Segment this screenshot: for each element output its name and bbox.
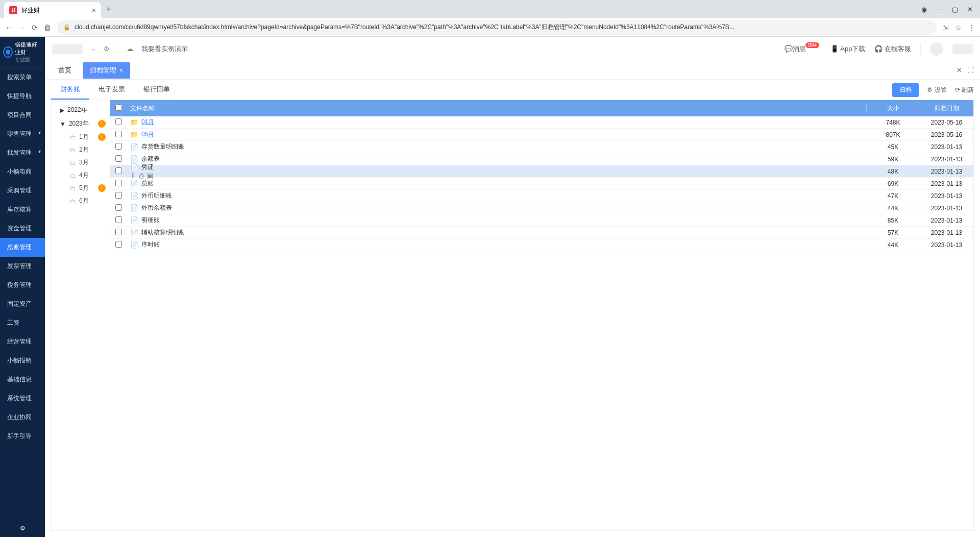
sidebar-item[interactable]: 固定资产 — [0, 295, 45, 313]
table-row[interactable]: 📄辅助核算明细账57K2023-01-13 — [110, 227, 973, 239]
select-all-checkbox[interactable] — [115, 104, 122, 111]
username[interactable] — [952, 44, 973, 54]
row-checkbox[interactable] — [115, 216, 122, 223]
table-row[interactable]: 📄存货数量明细账45K2023-01-13 — [110, 141, 973, 153]
row-checkbox[interactable] — [115, 143, 122, 150]
inner-tab-bank[interactable]: 银行回单 — [134, 80, 179, 100]
action-icon[interactable]: ⇩ — [130, 172, 136, 180]
tree-month[interactable]: 🗀6月 — [52, 194, 110, 207]
file-link[interactable]: 05月 — [141, 131, 154, 138]
fullscreen-icon[interactable]: ⛶ — [967, 66, 974, 74]
table-row[interactable]: 📄凭证⇩⎙▣48K2023-01-13 — [110, 165, 973, 178]
folder-icon: 🗀 — [70, 147, 76, 154]
tree-month[interactable]: 🗀2月 — [52, 143, 110, 156]
minimize-icon[interactable]: — — [936, 6, 943, 13]
file-size: 807K — [866, 131, 920, 138]
sidebar-item[interactable]: 搜索菜单 — [0, 68, 45, 87]
nav-reload-icon[interactable]: ⟳ — [32, 23, 38, 32]
company-dropdown-icon[interactable]: ⌄ — [91, 45, 95, 52]
action-icon[interactable]: ▣ — [146, 172, 153, 180]
row-checkbox[interactable] — [115, 167, 122, 174]
settings-link[interactable]: ⚙ 设置 — [927, 86, 946, 94]
sidebar-item[interactable]: 系统管理 — [0, 389, 45, 408]
sidebar-item[interactable]: 发票管理 — [0, 257, 45, 276]
close-all-tabs-icon[interactable]: ✕ — [957, 66, 962, 74]
file-link[interactable]: 01月 — [141, 118, 154, 126]
tab-archive[interactable]: 归档管理× — [83, 62, 130, 79]
avatar-icon[interactable] — [930, 42, 943, 56]
row-checkbox[interactable] — [115, 229, 122, 235]
sidebar-item[interactable]: 小畅报销 — [0, 351, 45, 370]
sidebar-item[interactable]: 企业协同 — [0, 408, 45, 427]
menu-icon[interactable]: ⋮ — [968, 23, 975, 32]
table-row[interactable]: 📄外币余额表44K2023-01-13 — [110, 202, 973, 214]
sidebar-item[interactable]: 基础信息 — [0, 370, 45, 389]
nav-back-icon[interactable]: ← — [5, 23, 12, 32]
sidebar-item[interactable]: 快捷导航 — [0, 87, 45, 106]
table-row[interactable]: 📄明细账85K2023-01-13 — [110, 214, 973, 227]
msg-link[interactable]: 💬消息 99+ — [785, 44, 822, 54]
sidebar-item[interactable]: 工资 — [0, 313, 45, 332]
document-icon: 📄 — [130, 192, 138, 200]
inner-tab-finance[interactable]: 财务账 — [51, 80, 89, 100]
row-checkbox[interactable] — [115, 131, 122, 137]
row-checkbox[interactable] — [115, 192, 122, 199]
incognito-icon[interactable]: ◉ — [921, 6, 927, 13]
nav-delete-icon[interactable]: 🗑 — [44, 23, 51, 32]
tab-close-icon[interactable]: × — [119, 67, 123, 74]
sidebar-item[interactable]: 税务管理 — [0, 276, 45, 295]
demo-link[interactable]: 我要看实例演示 — [141, 44, 188, 54]
new-tab-button[interactable]: + — [101, 4, 117, 15]
table-row[interactable]: 📁01月748K2023-05-16 — [110, 116, 973, 129]
row-checkbox[interactable] — [115, 155, 122, 162]
star-icon[interactable]: ☆ — [955, 23, 962, 32]
refresh-link[interactable]: ⟳ 刷新 — [955, 86, 974, 94]
url-input[interactable]: 🔒 cloud.chanjet.com/cc/u6d89qwnryel/57bf… — [57, 20, 937, 35]
sidebar-item[interactable]: 小畅电商 — [0, 162, 45, 181]
table-row[interactable]: 📄序时账44K2023-01-13 — [110, 239, 973, 251]
tab-home[interactable]: 首页 — [51, 62, 79, 79]
page-tabs: 首页 归档管理× ✕ ⛶ — [45, 61, 980, 80]
browser-tab[interactable]: U 好业财 × — [4, 2, 101, 18]
sidebar-item[interactable]: 零售管理▾ — [0, 125, 45, 143]
row-checkbox[interactable] — [115, 241, 122, 248]
nav-fwd-icon[interactable]: → — [18, 23, 26, 32]
sidebar-item[interactable]: 库存核算 — [0, 200, 45, 219]
download-link[interactable]: 📱 App下载 — [830, 44, 865, 54]
inner-tab-einvoice[interactable]: 电子发票 — [89, 80, 134, 100]
inner-tabs: 财务账 电子发票 银行回单 — [51, 80, 179, 100]
col-size: 大小 — [866, 104, 920, 113]
row-checkbox[interactable] — [115, 118, 122, 125]
table-row[interactable]: 📄总账69K2023-01-13 — [110, 178, 973, 190]
sidebar-item[interactable]: 采购管理 — [0, 181, 45, 200]
maximize-icon[interactable]: ▢ — [952, 6, 958, 13]
tree-year-2023[interactable]: ▼ 2023年 ! — [52, 117, 110, 131]
tree-month[interactable]: 🗀1月! — [52, 131, 110, 143]
tree-month[interactable]: 🗀4月 — [52, 169, 110, 182]
service-link[interactable]: 🎧 在线客服 — [874, 44, 911, 54]
archive-button[interactable]: 归档 — [892, 83, 919, 97]
tree-year-2022[interactable]: ▶ 2022年 — [52, 103, 110, 117]
sidebar-item[interactable]: 经营管理 — [0, 332, 45, 351]
table-row[interactable]: 📄外币明细账47K2023-01-13 — [110, 190, 973, 202]
gear-icon[interactable]: ⚙ — [104, 45, 110, 53]
sidebar-item[interactable]: 项目合同 — [0, 106, 45, 125]
file-size: 69K — [866, 180, 920, 187]
tree-month[interactable]: 🗀5月! — [52, 182, 110, 194]
cloud-icon: ☁ — [127, 45, 133, 53]
sidebar-item[interactable]: 总账管理 — [0, 238, 45, 257]
sidebar-item[interactable]: 资金管理 — [0, 219, 45, 238]
sidebar-item[interactable]: 批发管理▾ — [0, 143, 45, 162]
tree-month[interactable]: 🗀3月 — [52, 156, 110, 169]
install-icon[interactable]: ⇲ — [943, 23, 949, 32]
close-window-icon[interactable]: ✕ — [967, 6, 973, 13]
action-icon[interactable]: ⎙ — [139, 172, 143, 180]
table-row[interactable]: 📁05月807K2023-05-16 — [110, 129, 973, 141]
company-selector[interactable] — [52, 44, 83, 54]
sidebar-item[interactable]: 新手引导 — [0, 427, 45, 446]
folder-icon: 📁 — [130, 118, 138, 126]
row-checkbox[interactable] — [115, 180, 122, 186]
settings-icon[interactable]: ⚙ — [0, 520, 45, 537]
tab-close-icon[interactable]: × — [92, 6, 96, 14]
row-checkbox[interactable] — [115, 204, 122, 211]
